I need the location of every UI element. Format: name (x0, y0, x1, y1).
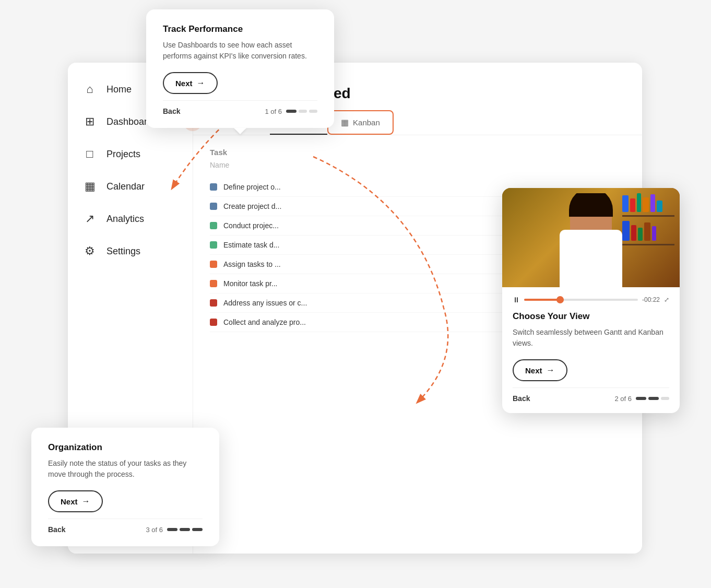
next-label: Next (525, 366, 542, 375)
card-view-next-button[interactable]: Next → (513, 359, 567, 381)
settings-icon: ⚙ (82, 244, 97, 258)
sidebar-label-dashboard: Dashboard (106, 116, 152, 127)
card-track-performance: Track Performance Use Dashboards to see … (146, 9, 334, 128)
task-subheader: Name (210, 161, 625, 169)
home-icon: ⌂ (82, 83, 97, 96)
tab-kanban-label: Kanban (353, 118, 380, 127)
card-view-back-button[interactable]: Back (513, 394, 530, 403)
card-organization: Organization Easily note the status of y… (31, 428, 219, 546)
progress-text: 3 of 6 (146, 526, 163, 534)
card-view-body: ⏸ -00:22 ⤢ Choose Your View Switch seaml… (502, 287, 680, 413)
task-dot (210, 280, 217, 287)
video-progress-bar[interactable] (524, 299, 638, 301)
task-dot (210, 203, 217, 210)
progress-dots (286, 110, 317, 113)
kanban-icon: ▦ (341, 117, 349, 127)
task-name: Create project d... (223, 202, 281, 210)
next-arrow-icon: → (197, 78, 205, 88)
dot-1 (167, 528, 177, 531)
card-track-title: Track Performance (163, 24, 317, 34)
task-dot (210, 299, 217, 307)
dashboard-icon: ⊞ (82, 115, 97, 128)
dot-3 (192, 528, 203, 531)
card-org-title: Organization (48, 442, 203, 453)
progress-dots (167, 528, 203, 531)
card-view-progress: 2 of 6 (614, 395, 669, 403)
progress-dots (636, 397, 669, 400)
calendar-icon: ▦ (82, 180, 97, 193)
analytics-icon: ↗ (82, 212, 97, 226)
next-label: Next (61, 497, 78, 506)
dot-2 (648, 397, 659, 400)
card-org-desc: Easily note the status of your tasks as … (48, 458, 203, 480)
next-arrow-icon: → (82, 497, 90, 506)
card-view-image (502, 188, 680, 287)
sidebar-label-settings: Settings (106, 246, 140, 257)
video-controls: ⏸ -00:22 ⤢ (513, 296, 669, 304)
task-name: Estimate task d... (223, 241, 279, 249)
task-name: Address any issues or c... (223, 299, 307, 307)
sidebar-item-analytics[interactable]: ↗ Analytics (68, 203, 193, 235)
task-name: Monitor task pr... (223, 279, 277, 288)
task-dot (210, 319, 217, 326)
dot-2 (299, 110, 307, 113)
task-name: Define project o... (223, 183, 281, 191)
card-track-desc: Use Dashboards to see how each asset per… (163, 40, 317, 62)
dot-3 (309, 110, 317, 113)
sidebar-item-calendar[interactable]: ▦ Calendar (68, 170, 193, 203)
sidebar-label-calendar: Calendar (106, 181, 145, 192)
video-pause-icon[interactable]: ⏸ (513, 296, 520, 304)
card-org-next-button[interactable]: Next → (48, 490, 103, 512)
next-arrow-icon: → (547, 366, 555, 375)
next-label: Next (175, 79, 193, 88)
card-view-title: Choose Your View (513, 311, 669, 322)
projects-icon: □ (82, 147, 97, 161)
sidebar-item-settings[interactable]: ⚙ Settings (68, 235, 193, 267)
task-name: Assign tasks to ... (223, 260, 281, 268)
tab-kanban[interactable]: ▦ Kanban (327, 110, 394, 135)
expand-icon[interactable]: ⤢ (664, 296, 669, 303)
card-view-desc: Switch seamlessly between Gantt and Kanb… (513, 327, 669, 349)
task-dot (210, 241, 217, 249)
video-thumb (556, 296, 564, 303)
sidebar-item-projects[interactable]: □ Projects (68, 138, 193, 170)
card-choose-view: ⏸ -00:22 ⤢ Choose Your View Switch seaml… (502, 188, 680, 413)
progress-text: 1 of 6 (265, 108, 282, 115)
progress-text: 2 of 6 (614, 395, 632, 403)
sidebar-label-analytics: Analytics (106, 214, 144, 225)
sidebar-label-projects: Projects (106, 149, 140, 160)
card-org-progress: 3 of 6 (146, 526, 203, 534)
card-track-progress: 1 of 6 (265, 108, 317, 115)
dot-1 (636, 397, 646, 400)
dot-3 (661, 397, 669, 400)
task-dot (210, 222, 217, 229)
task-dot (210, 261, 217, 268)
card-track-back-button[interactable]: Back (163, 107, 180, 115)
sidebar-label-home: Home (106, 84, 132, 95)
video-time: -00:22 (642, 296, 660, 303)
card-track-next-button[interactable]: Next → (163, 72, 218, 94)
task-dot (210, 183, 217, 191)
task-name: Collect and analyze pro... (223, 318, 306, 326)
task-name: Conduct projec... (223, 221, 279, 230)
dot-1 (286, 110, 297, 113)
dot-2 (180, 528, 190, 531)
task-header: Task (210, 148, 625, 157)
card-org-back-button[interactable]: Back (48, 525, 65, 534)
